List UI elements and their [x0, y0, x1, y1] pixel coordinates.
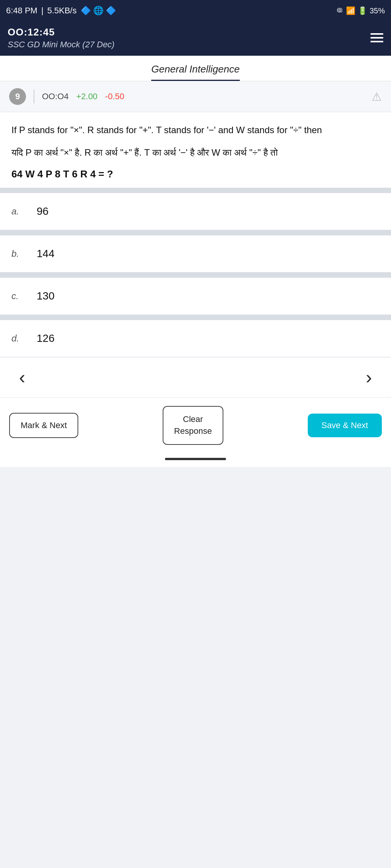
status-bar: 6:48 PM | 5.5KB/s 🔷 🌐 🔷 ᪤ 📶 🔋 35% [0, 0, 391, 21]
save-next-button[interactable]: Save & Next [308, 414, 382, 437]
option-separator-2 [0, 272, 391, 278]
status-speed: 5.5KB/s [47, 6, 77, 16]
home-bar [165, 458, 226, 460]
battery-icon: 🔋 [358, 6, 367, 15]
question-text-hindi: यदि P का अर्थ "×" है. R का अर्थ "+" हैं.… [11, 145, 380, 161]
header: OO:12:45 SSC GD Mini Mock (27 Dec) [0, 21, 391, 56]
option-c-label: c. [11, 291, 25, 301]
home-indicator [0, 453, 391, 467]
meta-marks-positive: +2.00 [76, 92, 98, 101]
question-expression: 64 W 4 P 8 T 6 R 4 = ? [11, 168, 380, 180]
network-icon: ᪤ [336, 6, 344, 15]
status-separator: | [41, 6, 44, 16]
next-button[interactable]: › [362, 368, 376, 386]
hamburger-menu[interactable] [370, 33, 383, 42]
warning-icon: ⚠ [372, 90, 382, 103]
option-c-value: 130 [37, 290, 55, 302]
hamburger-line-2 [370, 37, 383, 39]
option-d-value: 126 [37, 332, 55, 345]
section-tab[interactable]: General Intelligence [0, 56, 391, 81]
navigation-row: ‹ › [0, 357, 391, 397]
status-time: 6:48 PM [6, 6, 37, 16]
option-b-row[interactable]: b. 144 [0, 235, 391, 272]
clear-response-button[interactable]: ClearResponse [163, 406, 223, 445]
signal-icon: 📶 [346, 6, 355, 15]
action-row: Mark & Next ClearResponse Save & Next [0, 397, 391, 453]
meta-marks-negative: -0.50 [105, 92, 124, 101]
header-timer: OO:12:45 [8, 26, 115, 38]
option-separator-3 [0, 315, 391, 320]
option-d-label: d. [11, 333, 25, 344]
option-a-row[interactable]: a. 96 [0, 193, 391, 230]
app-icons: 🔷 🌐 🔷 [81, 6, 116, 16]
hamburger-line-1 [370, 33, 383, 35]
separator-top [0, 188, 391, 193]
header-subtitle: SSC GD Mini Mock (27 Dec) [8, 40, 115, 50]
status-left: 6:48 PM | 5.5KB/s 🔷 🌐 🔷 [6, 6, 116, 16]
status-right: ᪤ 📶 🔋 35% [336, 6, 385, 15]
question-body: If P stands for "×". R stands for "+". T… [0, 112, 391, 188]
option-a-label: a. [11, 206, 25, 217]
option-a-value: 96 [37, 205, 48, 217]
question-text-english: If P stands for "×". R stands for "+". T… [11, 123, 380, 137]
prev-button[interactable]: ‹ [15, 368, 29, 386]
option-separator-1 [0, 230, 391, 235]
meta-timer: OO:O4 [42, 92, 69, 101]
options-container: a. 96 b. 144 c. 130 d. 126 [0, 193, 391, 357]
battery-percent: 35% [370, 6, 385, 15]
section-tab-label: General Intelligence [151, 63, 239, 81]
meta-divider [34, 90, 34, 103]
option-b-value: 144 [37, 248, 55, 260]
option-b-label: b. [11, 248, 25, 259]
option-c-row[interactable]: c. 130 [0, 278, 391, 315]
option-d-row[interactable]: d. 126 [0, 320, 391, 357]
header-title-block: OO:12:45 SSC GD Mini Mock (27 Dec) [8, 26, 115, 50]
hamburger-line-3 [370, 41, 383, 42]
question-meta-row: 9 OO:O4 +2.00 -0.50 ⚠ [0, 81, 391, 112]
question-number-badge: 9 [9, 88, 26, 105]
mark-next-button[interactable]: Mark & Next [9, 413, 78, 438]
